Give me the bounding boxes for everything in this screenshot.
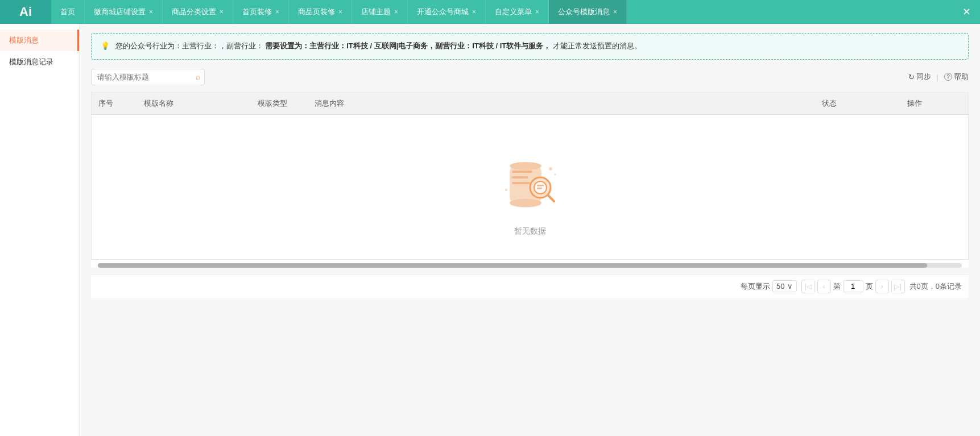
empty-text: 暂无数据 bbox=[514, 226, 546, 236]
data-table: 序号 模版名称 模版类型 消息内容 状态 操作 bbox=[91, 92, 969, 260]
nav-tab-product-page[interactable]: 商品页装修 × bbox=[289, 0, 352, 24]
notice-icon: 💡 bbox=[101, 41, 110, 50]
search-input-wrap: ⌕ bbox=[91, 69, 205, 85]
main-layout: 模版消息 模版消息记录 💡 您的公众号行业为：主营行业：，副营行业： 需要设置为… bbox=[0, 24, 980, 436]
col-header-index: 序号 bbox=[92, 92, 137, 114]
svg-rect-10 bbox=[537, 185, 544, 186]
close-all-button[interactable]: ✕ bbox=[953, 0, 980, 24]
sync-label: 同步 bbox=[916, 72, 931, 82]
page-number-input[interactable] bbox=[843, 280, 863, 292]
total-records-text: 共0页，0条记录 bbox=[909, 281, 962, 292]
toolbar-divider: | bbox=[937, 73, 938, 81]
close-icon[interactable]: × bbox=[275, 8, 279, 16]
sidebar: 模版消息 模版消息记录 bbox=[0, 24, 80, 436]
svg-point-6 bbox=[510, 199, 541, 207]
notice-box: 💡 您的公众号行业为：主营行业：，副营行业： 需要设置为：主营行业：IT科技 /… bbox=[91, 33, 969, 60]
help-button[interactable]: ? 帮助 bbox=[944, 72, 969, 82]
close-icon[interactable]: × bbox=[613, 8, 617, 16]
svg-line-9 bbox=[548, 195, 554, 201]
empty-illustration bbox=[496, 149, 564, 217]
nav-tab-category[interactable]: 商品分类设置 × bbox=[163, 0, 233, 24]
svg-point-13 bbox=[554, 173, 556, 176]
sync-button[interactable]: ↻ 同步 bbox=[908, 72, 931, 82]
nav-tab-label: 商品分类设置 bbox=[172, 7, 216, 17]
next-page-button[interactable]: › bbox=[875, 280, 889, 293]
close-icon[interactable]: × bbox=[220, 8, 224, 16]
notice-highlight: 需要设置为：主营行业：IT科技 / 互联网|电子商务，副营行业：IT科技 / I… bbox=[265, 41, 551, 50]
help-label: 帮助 bbox=[954, 72, 969, 82]
search-input[interactable] bbox=[91, 69, 205, 85]
close-icon[interactable]: × bbox=[535, 8, 539, 16]
sidebar-item-template-msg[interactable]: 模版消息 bbox=[0, 30, 79, 51]
prev-page-icon: ‹ bbox=[823, 283, 825, 290]
chevron-down-icon: ∨ bbox=[787, 282, 793, 290]
nav-tab-label: 微商城店铺设置 bbox=[94, 7, 146, 17]
nav-tab-menu[interactable]: 自定义菜单 × bbox=[486, 0, 549, 24]
top-nav: Ai 首页 微商城店铺设置 × 商品分类设置 × 首页装修 × 商品页装修 × … bbox=[0, 0, 980, 24]
next-page-icon: › bbox=[881, 283, 883, 290]
col-header-status: 状态 bbox=[815, 92, 900, 114]
nav-tab-homepage[interactable]: 首页装修 × bbox=[233, 0, 289, 24]
svg-point-5 bbox=[510, 162, 541, 170]
close-icon[interactable]: × bbox=[338, 8, 342, 16]
svg-rect-3 bbox=[512, 176, 528, 178]
col-header-content: 消息内容 bbox=[308, 92, 815, 114]
col-header-type: 模版类型 bbox=[251, 92, 308, 114]
last-page-icon: ▷| bbox=[894, 283, 901, 290]
nav-tab-label: 自定义菜单 bbox=[495, 7, 532, 17]
svg-rect-4 bbox=[512, 182, 530, 184]
first-page-button[interactable]: |◁ bbox=[801, 280, 815, 293]
search-bar: ⌕ ↻ 同步 | ? 帮助 bbox=[91, 69, 969, 85]
empty-state: 暂无数据 bbox=[92, 115, 968, 259]
page-size-value: 50 bbox=[776, 282, 784, 290]
prev-page-button[interactable]: ‹ bbox=[817, 280, 831, 293]
sidebar-item-label: 模版消息记录 bbox=[9, 57, 53, 66]
nav-tab-label: 公众号模版消息 bbox=[558, 7, 610, 17]
nav-tab-label: 商品页装修 bbox=[298, 7, 335, 17]
svg-rect-2 bbox=[512, 171, 532, 173]
search-icon[interactable]: ⌕ bbox=[196, 72, 200, 81]
page-label-pre: 第 bbox=[833, 281, 841, 292]
toolbar-right: ↻ 同步 | ? 帮助 bbox=[908, 72, 969, 82]
nav-tab-label: 首页 bbox=[60, 7, 75, 17]
svg-point-14 bbox=[505, 188, 507, 191]
pagination: 每页显示 50 ∨ |◁ ‹ 第 页 bbox=[91, 275, 969, 298]
page-label-suf: 页 bbox=[866, 281, 873, 292]
app-logo: Ai bbox=[0, 0, 51, 24]
page-size-selector: 每页显示 50 ∨ bbox=[741, 280, 796, 292]
close-icon[interactable]: × bbox=[149, 8, 153, 16]
col-header-action: 操作 bbox=[900, 92, 969, 114]
sidebar-item-label: 模版消息 bbox=[9, 36, 39, 44]
close-icon[interactable]: × bbox=[394, 8, 398, 16]
page-navigation: |◁ ‹ 第 页 › ▷| bbox=[801, 280, 905, 293]
nav-tab-home[interactable]: 首页 bbox=[51, 0, 85, 24]
nav-tab-theme[interactable]: 店铺主题 × bbox=[352, 0, 408, 24]
close-icon[interactable]: × bbox=[472, 8, 476, 16]
nav-tab-label: 店铺主题 bbox=[361, 7, 391, 17]
sync-icon: ↻ bbox=[908, 73, 915, 81]
horizontal-scrollbar[interactable] bbox=[98, 263, 962, 268]
notice-suffix: 才能正常发送预置的消息。 bbox=[553, 41, 642, 50]
nav-tab-template-msg[interactable]: 公众号模版消息 × bbox=[549, 0, 627, 24]
col-header-name: 模版名称 bbox=[137, 92, 251, 114]
content-area: 💡 您的公众号行业为：主营行业：，副营行业： 需要设置为：主营行业：IT科技 /… bbox=[80, 24, 980, 436]
nav-tab-label: 首页装修 bbox=[242, 7, 272, 17]
page-size-dropdown[interactable]: 50 ∨ bbox=[772, 280, 796, 292]
nav-tab-mall[interactable]: 开通公众号商城 × bbox=[408, 0, 486, 24]
sidebar-item-template-msg-record[interactable]: 模版消息记录 bbox=[0, 51, 79, 73]
notice-prefix: 您的公众号行业为：主营行业：，副营行业： bbox=[115, 41, 263, 50]
svg-point-12 bbox=[549, 167, 552, 171]
nav-tab-label: 开通公众号商城 bbox=[417, 7, 469, 17]
nav-tab-shop-setting[interactable]: 微商城店铺设置 × bbox=[85, 0, 163, 24]
table-container: 序号 模版名称 模版类型 消息内容 状态 操作 bbox=[91, 92, 969, 298]
help-icon: ? bbox=[944, 73, 952, 81]
scroll-thumb[interactable] bbox=[98, 263, 927, 268]
first-page-icon: |◁ bbox=[804, 283, 811, 290]
svg-rect-11 bbox=[537, 188, 542, 189]
nav-tabs: 首页 微商城店铺设置 × 商品分类设置 × 首页装修 × 商品页装修 × 店铺主… bbox=[51, 0, 953, 24]
last-page-button[interactable]: ▷| bbox=[891, 280, 905, 293]
per-page-label: 每页显示 bbox=[741, 281, 770, 292]
